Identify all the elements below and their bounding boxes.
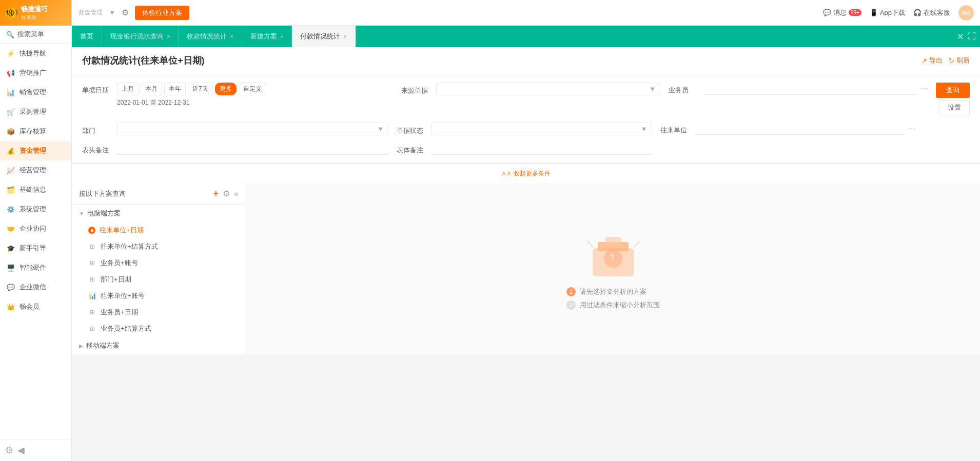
- scheme-panel-title: 按以下方案查询: [79, 189, 209, 198]
- staff-label: 业务员: [669, 83, 699, 95]
- topbar-settings-icon[interactable]: ⚙: [122, 8, 129, 17]
- hint-num-1: 1: [566, 287, 576, 296]
- scheme-add-icon[interactable]: +: [213, 188, 219, 199]
- empty-svg: ?: [582, 228, 644, 279]
- sidebar-item-label: 销售管理: [19, 88, 46, 97]
- svg-line-6: [634, 241, 640, 247]
- mobile-group-header[interactable]: ▶ 移动端方案: [72, 337, 246, 354]
- doc-status-select[interactable]: ▼: [432, 123, 652, 135]
- counterpart-more-btn[interactable]: ···: [909, 124, 915, 133]
- topbar: 资金管理 ▼ ⚙ 体验行业方案 💬 消息 99+ 📱 App下载 🎧 在线客服 …: [72, 0, 980, 26]
- tab-cashflow-close[interactable]: ×: [167, 33, 170, 39]
- sidebar-item-operations[interactable]: 📈 经营管理: [0, 161, 71, 180]
- message-btn[interactable]: 💬 消息 99+: [823, 8, 861, 17]
- app-download-btn[interactable]: 📱 App下载: [870, 8, 905, 17]
- export-button[interactable]: ↗ 导出: [922, 56, 943, 65]
- sidebar-item-system[interactable]: ⚙️ 系统管理: [0, 199, 71, 219]
- counterpart-input[interactable]: [695, 123, 905, 135]
- staff-input[interactable]: [703, 83, 917, 95]
- sales-icon: 📊: [6, 88, 15, 97]
- sidebar-item-basics[interactable]: 🗂️ 基础信息: [0, 180, 71, 199]
- date-btn-this-month[interactable]: 本月: [141, 83, 162, 95]
- tab-expand-icon[interactable]: ⛶: [968, 32, 976, 41]
- refresh-button[interactable]: ↻ 刷新: [949, 56, 970, 65]
- topbar-dropdown-icon[interactable]: ▼: [109, 9, 115, 16]
- staff-more-btn[interactable]: ···: [921, 84, 928, 93]
- scheme-panel-icons: + ⚙ «: [213, 188, 239, 199]
- sidebar-item-cooperation[interactable]: 🤝 企业协同: [0, 219, 71, 238]
- scheme-item-counterpart-date[interactable]: 往来单位+日期: [72, 222, 246, 238]
- scheme-item-staff-date[interactable]: ⊞ 业务员+日期: [72, 304, 246, 320]
- hint-1: 1 请先选择要分析的方案: [566, 287, 660, 296]
- app-download-label: App下载: [880, 8, 905, 17]
- tab-home[interactable]: 首页: [72, 26, 102, 47]
- search-menu-label: 搜索菜单: [17, 30, 44, 39]
- date-btn-7days[interactable]: 近7天: [188, 83, 213, 95]
- sidebar-item-quick-nav[interactable]: ⚡ 快捷导航: [0, 44, 71, 63]
- pc-group-header[interactable]: ▼ 电脑端方案: [72, 205, 246, 222]
- purchase-icon: 🛒: [6, 107, 15, 116]
- tab-new-scheme[interactable]: 新建方案 ×: [242, 26, 292, 47]
- trial-button[interactable]: 体验行业方案: [135, 6, 189, 20]
- body-note-input[interactable]: [432, 143, 652, 155]
- tab-receivable[interactable]: 收款情况统计 ×: [179, 26, 242, 47]
- sidebar-item-sales[interactable]: 📊 销售管理: [0, 83, 71, 102]
- sidebar-item-member[interactable]: 👑 畅会员: [0, 297, 71, 316]
- tab-payment-stats[interactable]: 付款情况统计 ×: [292, 26, 355, 47]
- date-btn-this-year[interactable]: 本年: [164, 83, 186, 95]
- scheme-item-staff-account[interactable]: ⊞ 业务员+账号: [72, 255, 246, 271]
- scheme-settings-icon[interactable]: ⚙: [223, 189, 230, 198]
- search-menu[interactable]: 🔍 搜索菜单: [0, 26, 71, 44]
- tab-new-scheme-close[interactable]: ×: [280, 33, 283, 39]
- sidebar-item-hardware[interactable]: 🖥️ 智能硬件: [0, 258, 71, 277]
- source-select[interactable]: ▼: [436, 83, 660, 95]
- pc-group-label: 电脑端方案: [87, 209, 121, 218]
- customer-service-btn[interactable]: 🎧 在线客服: [913, 8, 950, 17]
- tab-receivable-close[interactable]: ×: [230, 33, 233, 39]
- doc-status-arrow: ▼: [641, 125, 648, 133]
- tab-cashflow-label: 现金银行流水查询: [110, 32, 164, 41]
- sidebar-item-wechat[interactable]: 💬 企业微信: [0, 277, 71, 297]
- sidebar-settings-icon[interactable]: ⚙: [5, 445, 13, 456]
- sidebar-item-guide[interactable]: 🎓 新手引导: [0, 238, 71, 258]
- scheme-collapse-btn[interactable]: «: [234, 189, 239, 198]
- source-label: 来源单据: [401, 83, 432, 95]
- scheme-item-label: 往来单位+账号: [101, 291, 145, 300]
- date-btn-last-month[interactable]: 上月: [117, 83, 139, 95]
- message-label: 消息: [833, 8, 847, 17]
- tab-cashflow[interactable]: 现金银行流水查询 ×: [102, 26, 179, 47]
- scheme-item-counterpart-account[interactable]: 📊 往来单位+账号: [72, 288, 246, 304]
- sidebar-item-purchase[interactable]: 🛒 采购管理: [0, 102, 71, 122]
- settings-button[interactable]: 设置: [939, 100, 970, 115]
- sidebar-item-marketing[interactable]: 📢 营销推广: [0, 63, 71, 83]
- header-note-input[interactable]: [117, 143, 388, 155]
- customer-service-label: 在线客服: [924, 8, 950, 17]
- guide-icon: 🎓: [6, 244, 15, 253]
- dept-select[interactable]: ▼: [117, 123, 388, 135]
- tab-payment-stats-close[interactable]: ×: [343, 33, 346, 39]
- scheme-item-label: 业务员+账号: [101, 258, 138, 268]
- date-buttons: 上月 本月 本年 近7天 更多 自定义: [117, 83, 266, 95]
- collapse-bar[interactable]: ∧∧ 收起更多条件: [72, 164, 980, 183]
- user-avatar[interactable]: Rit: [958, 5, 974, 21]
- sidebar-item-finance[interactable]: 💰 资金管理: [0, 141, 71, 161]
- body-note-label: 表体备注: [397, 143, 427, 155]
- tab-payment-stats-label: 付款情况统计: [300, 32, 340, 41]
- empty-hints: 1 请先选择要分析的方案 2 用过滤条件来缩小分析范围: [566, 287, 660, 310]
- scheme-radio-icon: [88, 227, 95, 234]
- tab-close-all-icon[interactable]: ✕: [957, 32, 964, 42]
- topbar-right: 💬 消息 99+ 📱 App下载 🎧 在线客服 Rit: [823, 5, 974, 21]
- date-btn-custom[interactable]: 自定义: [239, 83, 266, 95]
- scheme-item-dept-date[interactable]: ⊞ 部门+日期: [72, 271, 246, 288]
- scheme-item-staff-settle[interactable]: ⊞ 业务员+结算方式: [72, 320, 246, 337]
- refresh-label: 刷新: [956, 56, 970, 65]
- member-icon: 👑: [6, 302, 15, 311]
- date-btn-more[interactable]: 更多: [215, 83, 237, 95]
- sidebar-item-inventory[interactable]: 📦 库存核算: [0, 122, 71, 141]
- sidebar-collapse-icon[interactable]: ◀: [17, 445, 25, 456]
- scheme-item-counterpart-settle[interactable]: ⊞ 往来单位+结算方式: [72, 238, 246, 255]
- sidebar-item-label: 新手引导: [19, 244, 46, 253]
- tab-home-label: 首页: [80, 32, 93, 41]
- service-icon: 🎧: [913, 9, 922, 16]
- query-button[interactable]: 查询: [936, 83, 970, 98]
